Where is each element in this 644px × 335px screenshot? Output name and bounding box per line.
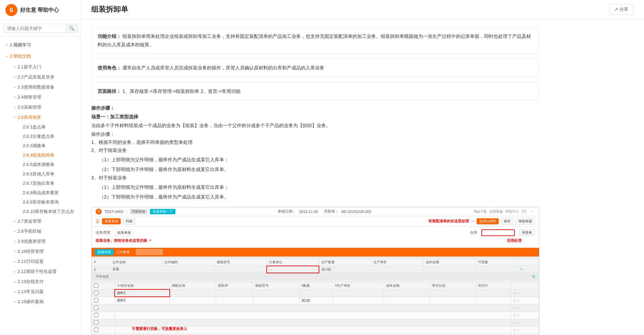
mock-upper-table: # 父件名称 父件编码 规格型号 计量单位 生产数量 生产单价 成本金额 可用量 bbox=[92, 259, 539, 273]
sidebar-item-operations[interactable]: + 2.10经营管理 bbox=[8, 246, 80, 257]
mock-td-code bbox=[162, 266, 215, 273]
sidebar-item-personalize[interactable]: + 2.12系统个性化设置 bbox=[8, 267, 80, 277]
sidebar-item-print[interactable]: + 2.11打印设置 bbox=[8, 257, 80, 267]
sidebar-item-cost-adj[interactable]: 2.6.5成本调整单 bbox=[19, 160, 80, 169]
sidebar-item-assembly[interactable]: 2.6.4组装拆卸单 bbox=[19, 151, 80, 160]
mock-org: TEST-H002 bbox=[104, 210, 123, 214]
top-bar: 组装拆卸单 ↗ 分享 bbox=[80, 0, 644, 19]
mock-th-spec: 规格型号 bbox=[215, 259, 267, 266]
mock-row-check-4[interactable] bbox=[94, 313, 98, 317]
mock-icons-area: App下载 在线客服 帮助中心 CC bbox=[474, 209, 527, 214]
mock-section-header: 新建单据 父件数量： bbox=[92, 248, 539, 257]
mock-ltd-empty-4 bbox=[115, 312, 511, 319]
sidebar-item-cases[interactable]: + 2.15操作案例 bbox=[8, 297, 80, 307]
sidebar-item-inventory[interactable]: − 2.6库存核算 bbox=[8, 112, 80, 122]
step-1: 1、根据不同的业务，选择不同单据的类型来处理 bbox=[91, 139, 539, 146]
mock-warehouse-input[interactable] bbox=[481, 229, 515, 236]
mock-toolbar: ☰ 新建单据 列表 有装配清单的在这里处理 → 选择以材料 保存 审核单据 bbox=[92, 216, 539, 227]
annotation-text-1: 有装配清单的在这里处理 bbox=[428, 219, 469, 224]
mock-btn-list: 列表 bbox=[123, 218, 136, 225]
sidebar-item-online-pay[interactable]: + 2.13在线支付 bbox=[8, 277, 80, 287]
sidebar-item-coupon[interactable]: + 2.9优惠券管理 bbox=[8, 236, 80, 246]
sidebar-item-stocktake2[interactable]: 2.6.2分量盘点单 bbox=[19, 132, 80, 141]
mock-ltd-name-2: 面料2 bbox=[115, 297, 169, 304]
mock-lower-section: 子件信息 ⊞ bbox=[92, 273, 539, 280]
mock-row-check-1[interactable] bbox=[94, 291, 98, 295]
sidebar-item-ledger-query[interactable]: 2.6.9库存账本查询 bbox=[19, 198, 80, 207]
sidebar-item-sales[interactable]: + 2.4销售管理 bbox=[8, 92, 80, 102]
sidebar-item-other-out[interactable]: 2.6.7其他出库单 bbox=[19, 179, 80, 188]
sidebar-item-install[interactable]: + 2.2产品安装及登录 bbox=[8, 72, 80, 82]
mock-btn-ok: 关联单 bbox=[519, 229, 535, 236]
mock-lth-actions bbox=[511, 282, 539, 289]
sidebar-item-finance[interactable]: + 2.7资金管理 bbox=[8, 216, 80, 226]
mock-section-title: 父件数量： bbox=[116, 250, 133, 255]
sidebar-item-mobile[interactable]: + 2.8手机旺铺 bbox=[8, 226, 80, 236]
sidebar-item-newbie[interactable]: + 2.1新手入门 bbox=[8, 62, 80, 72]
mock-doc-no: AD-20191226-001 bbox=[341, 210, 372, 214]
mock-td-unit: → bbox=[267, 266, 319, 273]
mock-lth-qty: #数量 bbox=[299, 282, 333, 289]
plus-icon: + bbox=[13, 95, 15, 99]
function-intro-box: 功能介绍： 组装拆卸单用来处理企业组装或拆卸等加工业务，支持有固定装配清单的产品… bbox=[91, 27, 539, 54]
mock-td-action: ✎ bbox=[518, 266, 539, 273]
sidebar-item-ledger-fix[interactable]: 2.6.10库存账本错了怎么办 bbox=[19, 207, 80, 216]
plus-icon: + bbox=[13, 105, 15, 109]
mock-ltd-ratio-1 bbox=[170, 289, 216, 297]
annotation-text-4: 启用处理 bbox=[507, 238, 522, 243]
search-input[interactable] bbox=[4, 24, 66, 33]
mock-lth-pay: 到付U bbox=[476, 282, 511, 289]
mock-td-spec bbox=[215, 266, 267, 273]
mock-ltd-name-1: 面料1 bbox=[115, 289, 169, 297]
mock-ltd-batch-1 bbox=[430, 289, 476, 297]
mock-qty-input[interactable] bbox=[136, 249, 163, 255]
nav-sub-items-2: + 2.1新手入门 + 2.2产品安装及登录 + 2.3使用前数据准备 + 2.… bbox=[0, 62, 80, 307]
mock-ltd-empty-5 bbox=[115, 319, 511, 326]
sidebar-item-help-docs[interactable]: − 2.帮助文档 bbox=[0, 51, 80, 62]
sidebar-item-transfer[interactable]: 2.6.3调拨单 bbox=[19, 141, 80, 151]
sidebar-item-faq[interactable]: + 2.14常见问题 bbox=[8, 287, 80, 297]
mock-nav-icon: ☰ bbox=[96, 219, 100, 224]
mock-th-unit: 计量单位 bbox=[267, 259, 319, 266]
mock-form-row-1: 业务类型 组装单据 ↓ 仓库 关联单 bbox=[96, 229, 535, 236]
mock-section-label: 新建单据 bbox=[95, 249, 114, 255]
sidebar-item-purchase[interactable]: + 2.5采购管理 bbox=[8, 102, 80, 112]
search-button[interactable]: 🔍 bbox=[66, 24, 78, 33]
role-text: 通常由生产人员或库管人员完成拆装业务的操作，库管人员确认原材料的出库和产成品的入… bbox=[122, 65, 324, 70]
step-2: 2、对于组装业务 bbox=[91, 148, 539, 154]
mock-th-qty: 生产数量 bbox=[319, 259, 371, 266]
mock-date-label: 单据日期： bbox=[278, 209, 296, 214]
mock-ltd-act-3: ⊞ ✕ bbox=[511, 304, 539, 312]
table-row: ⊞ ✕ bbox=[92, 334, 539, 335]
mock-row-check-3[interactable] bbox=[94, 305, 98, 310]
mock-ltd-spec-2 bbox=[253, 297, 300, 304]
mock-th-num: # bbox=[92, 259, 110, 266]
sidebar-item-video-learning[interactable]: + 1.视频学习 bbox=[0, 39, 80, 51]
mock-row-check-6[interactable] bbox=[94, 328, 98, 332]
plus-icon: + bbox=[13, 280, 15, 284]
sidebar-item-data-prep[interactable]: + 2.3使用前数据准备 bbox=[8, 82, 80, 92]
mock-ltd-act-7: ⊞ ✕ bbox=[511, 334, 539, 335]
plus-icon: + bbox=[13, 249, 15, 254]
mock-btn-prev: 同期单据 bbox=[130, 209, 147, 214]
mock-ltd-cost-1 bbox=[384, 289, 430, 297]
sidebar-item-stocktake[interactable]: 2.6.1盘点单 bbox=[19, 122, 80, 132]
mock-th-actions bbox=[518, 259, 539, 266]
logo-text: 好生意 帮助中心 bbox=[20, 7, 59, 14]
mock-ltd-loss-1 bbox=[216, 289, 253, 297]
step-3-2: （2）下部明细为子件明细，最终作为产成品生成某它入库单。 bbox=[91, 193, 539, 201]
step-2-2: （2）下部明细为子件明细，最终作为原材料生成某它出库单。 bbox=[91, 165, 539, 174]
sidebar-item-other-in[interactable]: 2.6.6其他入库单 bbox=[19, 169, 80, 179]
mock-select-all[interactable] bbox=[94, 283, 98, 288]
mock-row-check-5[interactable] bbox=[94, 320, 98, 325]
mock-type-value: 组装单据 ↓ bbox=[114, 229, 134, 236]
mock-form-area: 业务类型 组装单据 ↓ 仓库 关联单 组装业务、拆卸业务在这里切换 ↗ bbox=[92, 227, 539, 248]
mock-arrow-right: → bbox=[471, 219, 475, 223]
step-2-1: （1）上部明细为父件明细，最终作为产成品生成某它入库单； bbox=[91, 156, 539, 164]
mock-lth-uprice: #生产单价 bbox=[333, 282, 384, 289]
scene1-desc: 当由多个子件材料组装成一个成品的业务为【组装】业务，当由一个父件拆分成多个子产品… bbox=[91, 123, 539, 129]
annotation-row-type: 组装业务、拆卸业务在这里切换 ↗ 启用处理 bbox=[96, 238, 535, 243]
share-button[interactable]: ↗ 分享 bbox=[609, 4, 633, 15]
sidebar-item-cost-recalc[interactable]: 2.6.8商品成本重算 bbox=[19, 188, 80, 198]
mock-row-check-2[interactable] bbox=[94, 298, 98, 302]
